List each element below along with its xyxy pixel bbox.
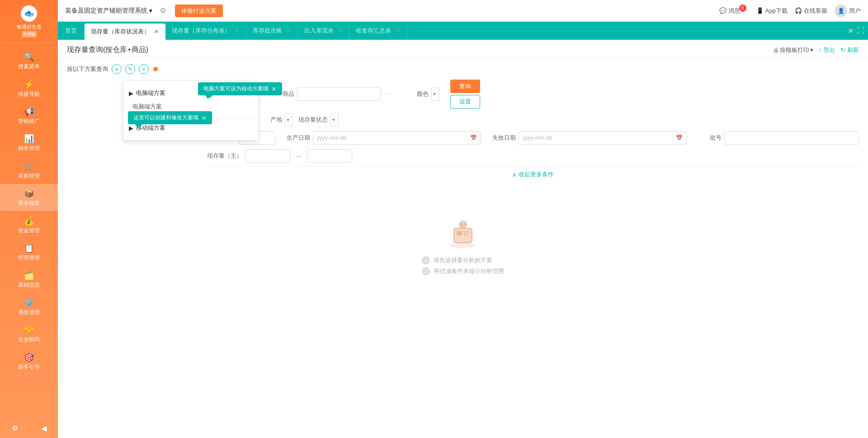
- page-actions: 🖨 按模板打印 ▾ ↑ 导出 ↻ 刷新: [773, 46, 859, 54]
- sidebar-item-label: 快捷导航: [18, 91, 40, 97]
- message-icon: 💬: [719, 7, 726, 14]
- tab-expand-btn[interactable]: ⛶: [857, 27, 864, 35]
- app-download-action[interactable]: 📱 App下载: [756, 7, 788, 15]
- system-name: 装备及固定资产辅助管理系统: [65, 7, 147, 15]
- batch-filter: 批号: [692, 131, 859, 145]
- sidebar-item-guide[interactable]: 🎯 新手引导: [0, 348, 58, 375]
- expire-date-label: 失效日期: [486, 134, 516, 142]
- tab-inventory-dist-label: 现存量（库存分布表）: [172, 27, 231, 35]
- tab-close-all-btn[interactable]: ✕: [848, 27, 854, 35]
- add-scheme-btn[interactable]: +: [112, 64, 122, 74]
- stock-status-label: 现存量状态: [298, 116, 328, 124]
- tooltip2-close-btn[interactable]: ✕: [201, 114, 207, 122]
- header-left: 装备及固定资产辅助管理系统 ▾ ⚙ 体验行业方案: [65, 5, 223, 17]
- sidebar-item-quick-nav[interactable]: ⚡ 快捷导航: [0, 75, 58, 102]
- step2-text: 用过滤条件来缩小分析范围: [434, 267, 504, 275]
- stock-status-select-wrapper: [330, 113, 339, 127]
- sidebar-item-system[interactable]: ⚙️ 系统管理: [0, 293, 58, 320]
- sidebar-item-label: 经营管理: [18, 254, 40, 261]
- message-action[interactable]: 💬 消息 6: [719, 7, 749, 15]
- sidebar-item-inventory[interactable]: 📦 库存核算: [0, 184, 58, 211]
- tab-batch-account[interactable]: 库存批次账 ✕: [246, 22, 298, 40]
- tab-close-icon[interactable]: ✕: [154, 28, 159, 35]
- svg-point-5: [459, 221, 467, 228]
- expire-date-from[interactable]: yyyy-mm-dd 📅: [519, 131, 687, 145]
- origin-select-wrapper: [285, 113, 293, 127]
- sidebar-item-label: 资金管理: [18, 227, 40, 234]
- sidebar-item-marketing[interactable]: 📢 营销推广: [0, 102, 58, 129]
- headset-icon: 🎧: [795, 7, 802, 14]
- tab-inventory-dist[interactable]: 现存量（库存分布表） ✕: [165, 22, 246, 40]
- trial-btn[interactable]: 体验行业方案: [175, 5, 223, 17]
- tab-home-label: 首页: [65, 27, 77, 35]
- prod-date-filter: 生产日期 yyyy-mm-dd 📅: [281, 131, 481, 145]
- batch-label: 批号: [692, 134, 722, 142]
- prod-date-label: 生产日期: [281, 134, 310, 142]
- prod-date-from[interactable]: yyyy-mm-dd 📅: [313, 131, 481, 145]
- sidebar-menu: 🔍 搜索菜单 ⚡ 快捷导航 📢 营销推广 📊 销售管理 🛒 采购管理 📦 库存核…: [0, 43, 58, 418]
- color-select[interactable]: [431, 87, 439, 101]
- system-name-selector[interactable]: 装备及固定资产辅助管理系统 ▾: [65, 7, 152, 15]
- expire-date-placeholder: yyyy-mm-dd: [523, 135, 552, 141]
- tab-bar-end: ✕ ⛶: [848, 27, 868, 35]
- svg-point-6: [461, 224, 462, 225]
- edit-scheme-btn[interactable]: ✎: [125, 64, 135, 74]
- online-service-action[interactable]: 🎧 在线客服: [795, 7, 827, 15]
- sidebar-logo: 🐟 畅通好生意 标准版: [0, 0, 58, 43]
- sidebar-settings-btn[interactable]: ⚙: [12, 424, 18, 433]
- inventory-icon: 📦: [24, 188, 34, 198]
- calendar-icon2: 📅: [676, 135, 683, 141]
- tab-close-icon[interactable]: ✕: [396, 28, 400, 34]
- mobile-icon: 📱: [756, 7, 764, 14]
- sidebar-item-search-menu[interactable]: 🔍 搜索菜单: [0, 47, 58, 74]
- pc-scheme-label: 电脑端方案: [136, 89, 165, 97]
- online-service-label: 在线客服: [804, 7, 827, 15]
- tab-receive-summary-label: 收发存汇总表: [356, 27, 391, 35]
- tab-home[interactable]: 首页: [58, 22, 85, 40]
- inventory-to-input[interactable]: [307, 149, 352, 163]
- stock-status-select[interactable]: [330, 113, 339, 127]
- goods-dots[interactable]: ···: [384, 90, 393, 98]
- settings-icon[interactable]: ⚙: [160, 6, 166, 15]
- refresh-btn[interactable]: ↻ 刷新: [840, 46, 859, 54]
- sidebar-collapse-btn[interactable]: ◀: [41, 424, 47, 433]
- tab-in-out-flow[interactable]: 出入库流水 ✕: [298, 22, 349, 40]
- sidebar-item-operations[interactable]: 📋 经营管理: [0, 239, 58, 265]
- origin-select[interactable]: [285, 113, 293, 127]
- collapse-label: 收起更多条件: [519, 170, 554, 179]
- tab-receive-summary[interactable]: 收发存汇总表 ✕: [349, 22, 407, 40]
- filter-row-4: 现存量（主） —: [207, 149, 859, 163]
- sidebar-item-enterprise[interactable]: 🤝 企业协同: [0, 320, 58, 347]
- sidebar-item-sales[interactable]: 📊 销售管理: [0, 129, 58, 156]
- tab-in-out-flow-label: 出入库流水: [304, 27, 334, 35]
- search-btn[interactable]: 查询: [450, 80, 480, 93]
- tab-close-icon[interactable]: ✕: [287, 28, 291, 34]
- inventory-filter: 现存量（主） —: [207, 149, 352, 163]
- sidebar-item-purchase[interactable]: 🛒 采购管理: [0, 157, 58, 184]
- message-label: 消息: [728, 7, 740, 15]
- tab-batch-account-label: 库存批次账: [253, 27, 282, 35]
- header-right: 💬 消息 6 📱 App下载 🎧 在线客服 👤 用户: [719, 5, 861, 17]
- tab-close-icon[interactable]: ✕: [235, 28, 240, 34]
- goods-input[interactable]: [297, 87, 381, 101]
- print-template-btn[interactable]: 🖨 按模板打印 ▾: [773, 46, 813, 54]
- tab-bar: 首页 现存量（库存状况表） ✕ 现存量（库存分布表） ✕ 库存批次账 ✕ 出入库…: [58, 22, 868, 40]
- back-scheme-btn[interactable]: «: [139, 64, 149, 74]
- sidebar-item-label: 采购管理: [18, 173, 40, 179]
- tooltip1-close-btn[interactable]: ✕: [271, 85, 277, 93]
- tab-inventory-status[interactable]: 现存量（库存状况表） ✕: [85, 24, 165, 40]
- tooltip1-text: 电脑方案可设为移动方案哦: [203, 85, 269, 93]
- tab-close-icon[interactable]: ✕: [338, 28, 343, 34]
- svg-point-0: [450, 243, 476, 248]
- sidebar-item-finance[interactable]: 💰 资金管理: [0, 212, 58, 238]
- reset-btn[interactable]: 设置: [450, 95, 480, 108]
- batch-input[interactable]: [724, 131, 859, 145]
- user-action[interactable]: 👤 用户: [835, 5, 861, 17]
- chevron-right-icon: ▶: [129, 90, 133, 97]
- marketing-icon: 📢: [24, 107, 34, 117]
- inventory-from-input[interactable]: [245, 149, 290, 163]
- collapse-btn[interactable]: ∧ 收起更多条件: [207, 166, 859, 182]
- basic-info-icon: 🗂️: [24, 270, 34, 280]
- sidebar-item-basic-info[interactable]: 🗂️ 基础信息: [0, 266, 58, 292]
- export-btn[interactable]: ↑ 导出: [819, 46, 835, 54]
